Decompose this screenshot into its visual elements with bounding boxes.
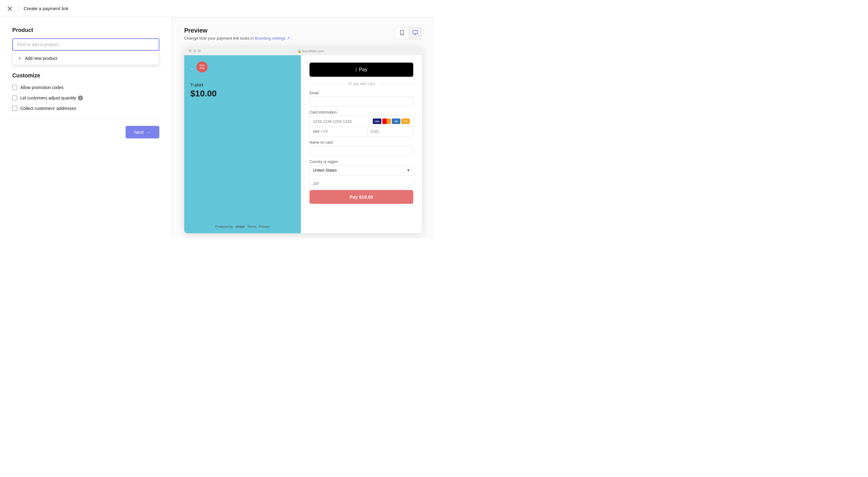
allow-promo-row: Allow promotion codes bbox=[12, 85, 159, 90]
preview-title: Preview bbox=[184, 27, 292, 34]
close-button[interactable] bbox=[6, 5, 13, 12]
left-panel: Product + Add new product Customize Allo… bbox=[0, 17, 172, 238]
or-line-left bbox=[310, 84, 345, 84]
branding-settings-link[interactable]: Branding settings ↗ bbox=[255, 36, 291, 40]
tablet-icon bbox=[399, 30, 405, 36]
add-icon: + bbox=[17, 56, 23, 61]
lock-icon: 🔒 bbox=[298, 50, 301, 53]
preview-header: Preview Change how your payment link loo… bbox=[184, 27, 422, 40]
zip-input[interactable] bbox=[310, 179, 413, 189]
collect-addresses-label: Collect customers' addresses bbox=[20, 106, 76, 111]
top-bar-divider bbox=[19, 5, 19, 12]
apple-icon:  bbox=[355, 67, 357, 72]
pay-button-label: Pay $10.00 bbox=[350, 194, 373, 199]
card-info-wrapper: VISA AM DISC bbox=[310, 116, 413, 136]
powered-by-text: Powered by bbox=[215, 225, 233, 228]
arrow-icon: → bbox=[146, 130, 151, 135]
svg-point-1 bbox=[402, 34, 402, 34]
card-number-input[interactable] bbox=[313, 119, 373, 124]
top-bar: Create a payment link bbox=[0, 0, 434, 17]
product-section-title: Product bbox=[12, 27, 159, 33]
or-divider: Or pay with card bbox=[310, 82, 413, 86]
product-name: T-shirt bbox=[190, 82, 295, 88]
payment-right:  Pay Or pay with card Email Card inform… bbox=[301, 55, 422, 233]
search-wrapper bbox=[12, 38, 159, 51]
name-input[interactable] bbox=[310, 146, 413, 156]
privacy-link[interactable]: Privacy bbox=[259, 225, 270, 228]
desktop-view-button[interactable] bbox=[396, 27, 409, 39]
email-label: Email bbox=[310, 91, 413, 95]
collect-addresses-row: Collect customers' addresses bbox=[12, 106, 159, 111]
allow-promo-checkbox[interactable] bbox=[12, 85, 17, 90]
payment-footer: Powered by stripe Terms Privacy bbox=[190, 225, 295, 228]
card-cvc-wrapper bbox=[368, 127, 413, 136]
name-label: Name on card bbox=[310, 140, 413, 145]
privacy-text: Privacy bbox=[259, 225, 270, 228]
adjust-quantity-checkbox[interactable] bbox=[12, 95, 17, 100]
product-badge: bestbuy bbox=[196, 61, 208, 72]
browser-dots bbox=[188, 50, 201, 53]
customize-title: Customize bbox=[12, 72, 159, 79]
collect-addresses-checkbox[interactable] bbox=[12, 106, 17, 111]
card-bottom-row bbox=[310, 127, 413, 136]
add-new-label: Add new product bbox=[25, 56, 57, 61]
country-select-wrapper: United States ▼ bbox=[310, 165, 413, 175]
card-info-label: Card information bbox=[310, 110, 413, 115]
browser-url: 🔒 buy.stripe.com bbox=[204, 49, 417, 53]
info-icon[interactable]: i bbox=[78, 95, 83, 100]
next-label: Next bbox=[134, 130, 144, 135]
terms-link[interactable]: Terms bbox=[247, 225, 256, 228]
branding-link-text: Branding settings bbox=[255, 36, 285, 40]
next-button[interactable]: Next → bbox=[126, 126, 159, 138]
preview-subtitle-text: Change how your payment link looks in bbox=[184, 36, 255, 40]
external-link-icon: ↗ bbox=[287, 36, 290, 40]
or-line-right bbox=[378, 84, 413, 84]
card-expiry-input[interactable] bbox=[310, 127, 368, 136]
browser-dot-yellow bbox=[193, 50, 196, 53]
amex-icon: AM bbox=[392, 119, 400, 124]
mobile-view-button[interactable] bbox=[409, 27, 422, 39]
adjust-quantity-label: Let customers adjust quantity i bbox=[20, 95, 83, 100]
main-layout: Product + Add new product Customize Allo… bbox=[0, 17, 434, 238]
browser-bar: 🔒 buy.stripe.com bbox=[184, 47, 422, 55]
apple-pay-label: Pay bbox=[359, 67, 368, 72]
visa-icon: VISA bbox=[373, 119, 381, 124]
svg-rect-2 bbox=[413, 30, 417, 34]
product-dropdown: + Add new product bbox=[12, 52, 159, 65]
add-new-product-item[interactable]: + Add new product bbox=[12, 52, 159, 65]
mastercard-icon bbox=[382, 119, 391, 124]
browser-dot-red bbox=[188, 50, 192, 53]
country-label: Country or region bbox=[310, 160, 413, 164]
email-input[interactable] bbox=[310, 96, 413, 106]
pay-button[interactable]: Pay $10.00 bbox=[310, 190, 413, 204]
card-cvc-input[interactable] bbox=[371, 129, 413, 134]
monitor-icon bbox=[412, 30, 418, 36]
divider bbox=[12, 118, 159, 119]
page-title: Create a payment link bbox=[24, 6, 68, 11]
browser-dot-green bbox=[198, 50, 201, 53]
back-arrow-icon: ← bbox=[190, 66, 195, 71]
adjust-quantity-row: Let customers adjust quantity i bbox=[12, 95, 159, 100]
view-toggle bbox=[395, 27, 422, 39]
stripe-logo: stripe bbox=[236, 225, 245, 228]
or-text: Or pay with card bbox=[348, 82, 375, 86]
product-price: $10.00 bbox=[190, 89, 295, 98]
right-panel: Preview Change how your payment link loo… bbox=[172, 17, 434, 238]
allow-promo-label: Allow promotion codes bbox=[20, 85, 64, 90]
card-number-row: VISA AM DISC bbox=[310, 116, 413, 127]
browser-mockup: 🔒 buy.stripe.com ← bestbuy T-shirt $10.0… bbox=[184, 47, 422, 233]
terms-text: Terms bbox=[247, 225, 256, 228]
card-icons: VISA AM DISC bbox=[373, 119, 410, 124]
country-select[interactable]: United States bbox=[310, 165, 413, 175]
back-row: ← bestbuy bbox=[190, 61, 295, 76]
payment-area: ← bestbuy T-shirt $10.00 Powered by stri… bbox=[184, 55, 422, 233]
url-text: buy.stripe.com bbox=[303, 49, 324, 53]
preview-subtitle: Change how your payment link looks in Br… bbox=[184, 36, 292, 40]
apple-pay-button[interactable]:  Pay bbox=[310, 63, 413, 77]
product-search-input[interactable] bbox=[12, 38, 159, 51]
payment-left: ← bestbuy T-shirt $10.00 Powered by stri… bbox=[184, 55, 301, 233]
discover-icon: DISC bbox=[401, 119, 410, 124]
